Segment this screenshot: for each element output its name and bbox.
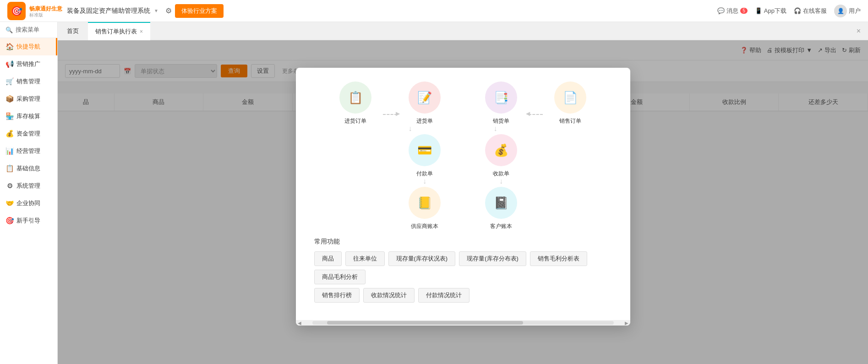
message-badge: 5 — [740, 8, 748, 14]
down-arrow-sales-slip: ↓ — [468, 125, 523, 132]
avatar: 👤 — [834, 5, 847, 17]
sidebar-item-label-marketing: 营销推广 — [16, 60, 40, 68]
sidebar-item-label-inventory: 库存核算 — [16, 112, 40, 120]
func-btn-stock-dist[interactable]: 现存量(库存分布表) — [459, 251, 526, 266]
modal-overlay[interactable]: 📋 进货订单 ▶ — [58, 40, 868, 364]
flow-purchase-order[interactable]: 📋 进货订单 — [328, 81, 383, 125]
sidebar-item-label-basic: 基础信息 — [16, 164, 40, 173]
flow-customer-account[interactable]: 📓 客户账本 — [474, 187, 529, 230]
sidebar-item-system[interactable]: ⚙ 系统管理 — [0, 177, 57, 195]
func-btn-goods-profit[interactable]: 商品毛利分析 — [314, 270, 366, 284]
window-close-button[interactable]: × — [849, 23, 868, 39]
down-arrow-purchase — [328, 125, 383, 132]
user-area[interactable]: 👤 用户 — [834, 5, 861, 17]
spacer2-col4 — [529, 178, 543, 185]
modal-content: 📋 进货订单 ▶ — [296, 68, 630, 320]
sidebar: 🔍 搜索菜单 🏠 快捷导航 📢 营销推广 🛒 销售管理 📦 采购管理 🏪 — [0, 22, 58, 364]
flow-payment-slip[interactable]: 💳 付款单 — [397, 134, 452, 178]
payment-slip-label: 付款单 — [416, 170, 433, 178]
trial-button[interactable]: 体验行业方案 — [175, 4, 224, 18]
sales-order-label: 销售订单 — [559, 117, 581, 125]
func-btn-receipt-stats[interactable]: 收款情况统计 — [363, 288, 415, 303]
tab-home-label: 首页 — [67, 27, 79, 35]
search-menu[interactable]: 🔍 搜索菜单 — [0, 22, 57, 38]
sales-order-circle: 📄 — [554, 81, 586, 114]
down-arrow-payment: ↓ — [397, 178, 452, 185]
flow-receipt-slip[interactable]: 💰 收款单 — [474, 134, 529, 178]
sidebar-item-purchase[interactable]: 📦 采购管理 — [0, 90, 57, 108]
func-btn-payment-stats[interactable]: 付款情况统计 — [418, 288, 469, 303]
scroll-right-button[interactable]: ▶ — [623, 319, 630, 326]
logo-area: 🎯 畅康通好生意 标准版 — [7, 2, 62, 20]
online-service-label: 在线客服 — [803, 7, 827, 15]
func-btn-sales-rank[interactable]: 销售排行榜 — [314, 288, 360, 303]
newbie-icon: 🎯 — [5, 217, 14, 225]
flow-sales-slip[interactable]: 📑 销货单 — [474, 81, 529, 125]
supplier-account-label: 供应商账本 — [411, 223, 438, 230]
sidebar-item-label-quick-nav: 快捷导航 — [16, 43, 40, 51]
sidebar-item-label-sales: 销售管理 — [16, 77, 40, 86]
down-arrow-sales-order — [543, 125, 598, 132]
func-btn-partners[interactable]: 往来单位 — [345, 251, 385, 266]
message-label: 消息 — [726, 7, 738, 15]
receipt-slip-circle: 💰 — [485, 134, 517, 166]
flow-purchase-slip[interactable]: 📝 进货单 — [397, 81, 452, 125]
common-functions: 常用功能 商品 往来单位 现存量(库存状况表) 现存量(库存分布表) 销售毛利分… — [314, 238, 612, 311]
purchase-icon: 📦 — [5, 95, 14, 103]
online-service-button[interactable]: 🎧 在线客服 — [794, 7, 827, 15]
sidebar-item-label-cooperation: 企业协同 — [16, 199, 40, 207]
system-icon: ⚙ — [5, 182, 14, 190]
tab-sales-order[interactable]: 销售订单执行表 × — [88, 22, 150, 40]
top-right-area: 💬 消息 5 📱 App下载 🎧 在线客服 👤 用户 — [717, 5, 861, 17]
sidebar-item-marketing[interactable]: 📢 营销推广 — [0, 55, 57, 73]
cooperation-icon: 🤝 — [5, 199, 14, 207]
scroll-left-button[interactable]: ◀ — [296, 319, 303, 326]
app-download-label: App下载 — [764, 7, 786, 15]
sidebar-item-quick-nav[interactable]: 🏠 快捷导航 — [0, 38, 57, 55]
tab-close-icon[interactable]: × — [140, 28, 143, 35]
supplier-account-circle: 📒 — [409, 187, 441, 219]
sidebar-item-operation[interactable]: 📊 经营管理 — [0, 142, 57, 160]
flow-sales-order[interactable]: 📄 销售订单 — [543, 81, 598, 125]
app-icon: 📱 — [755, 7, 762, 14]
finance-icon: 💰 — [5, 130, 14, 138]
content-body: ❓ 帮助 🖨 按模板打印 ▼ ↗ 导出 ↻ 刷新 — [58, 40, 868, 364]
top-bar: 🎯 畅康通好生意 标准版 装备及固定资产辅助管理系统 ▼ ⚙ 体验行业方案 💬 … — [0, 0, 868, 22]
system-dropdown-arrow[interactable]: ▼ — [154, 8, 158, 13]
settings-gear-button[interactable]: ⚙ — [162, 5, 175, 17]
scrollbar-thumb[interactable] — [327, 321, 523, 325]
tab-home[interactable]: 首页 — [58, 22, 88, 40]
user-name: 用户 — [849, 7, 861, 15]
sidebar-item-sales[interactable]: 🛒 销售管理 — [0, 73, 57, 90]
down-spacer2 — [523, 125, 543, 132]
customer-account-circle: 📓 — [485, 187, 517, 219]
spacer2-col2 — [383, 178, 397, 185]
sidebar-item-cooperation[interactable]: 🤝 企业协同 — [0, 195, 57, 212]
message-button[interactable]: 💬 消息 5 — [717, 7, 748, 15]
content-area: 首页 销售订单执行表 × × ❓ 帮助 🖨 — [58, 22, 868, 364]
modal-dialog: 📋 进货订单 ▶ — [296, 68, 630, 326]
tab-bar: 首页 销售订单执行表 × × — [58, 22, 868, 40]
func-btn-stock-status[interactable]: 现存量(库存状况表) — [388, 251, 456, 266]
sidebar-item-inventory[interactable]: 🏪 库存核算 — [0, 108, 57, 125]
sidebar-item-basic[interactable]: 📋 基础信息 — [0, 160, 57, 177]
payment-slip-circle: 💳 — [409, 134, 441, 166]
func-btn-goods[interactable]: 商品 — [314, 251, 342, 266]
common-functions-title: 常用功能 — [314, 238, 612, 246]
down-arrow-purchase-slip: ↓ — [383, 125, 438, 132]
func-btn-sales-profit[interactable]: 销售毛利分析表 — [530, 251, 587, 266]
app-download-button[interactable]: 📱 App下载 — [755, 7, 786, 15]
spacer2-col3 — [452, 178, 474, 185]
system-title-text: 装备及固定资产辅助管理系统 — [67, 7, 150, 15]
flow-supplier-account[interactable]: 📒 供应商账本 — [397, 187, 452, 230]
purchase-slip-label: 进货单 — [416, 117, 433, 125]
sidebar-item-label-system: 系统管理 — [16, 182, 40, 190]
receipt-slip-label: 收款单 — [493, 170, 509, 178]
brand-sub: 标准版 — [29, 12, 62, 18]
operation-icon: 📊 — [5, 147, 14, 155]
sidebar-item-finance[interactable]: 💰 资金管理 — [0, 125, 57, 142]
sidebar-item-newbie[interactable]: 🎯 新手引导 — [0, 212, 57, 229]
logo-icon: 🎯 — [7, 2, 26, 20]
search-menu-label: 搜索菜单 — [16, 26, 39, 34]
purchase-order-label: 进货订单 — [344, 117, 366, 125]
